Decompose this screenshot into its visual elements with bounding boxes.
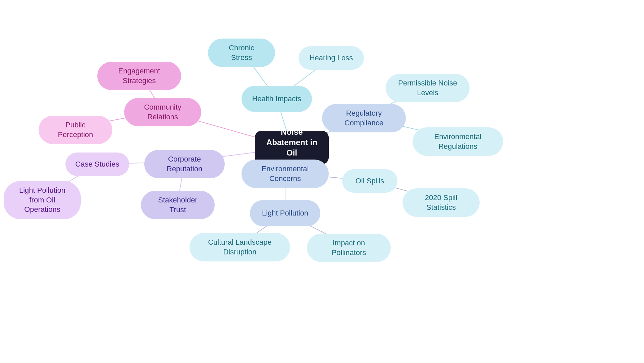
node-public-perception[interactable]: Public Perception [39, 116, 112, 144]
mindmap-container: Noise Abatement in Oil OperationsChronic… [0, 0, 644, 363]
node-oil-spills[interactable]: Oil Spills [342, 169, 397, 193]
node-cultural-disruption[interactable]: Cultural Landscape Disruption [190, 233, 290, 261]
center-node[interactable]: Noise Abatement in Oil Operations [255, 131, 329, 164]
node-health-impacts[interactable]: Health Impacts [241, 86, 312, 112]
node-corporate-reputation[interactable]: Corporate Reputation [144, 150, 225, 178]
node-chronic-stress[interactable]: Chronic Stress [208, 39, 275, 67]
node-stakeholder-trust[interactable]: Stakeholder Trust [141, 191, 215, 219]
node-light-pollution-oil[interactable]: Light Pollution from Oil Operations [4, 181, 81, 219]
node-case-studies[interactable]: Case Studies [65, 153, 129, 176]
node-light-pollution[interactable]: Light Pollution [250, 200, 320, 226]
node-environmental-regulations[interactable]: Environmental Regulations [413, 127, 503, 156]
node-impact-pollinators[interactable]: Impact on Pollinators [307, 234, 391, 262]
node-engagement-strategies[interactable]: Engagement Strategies [97, 62, 181, 90]
node-environmental-concerns[interactable]: Environmental Concerns [241, 160, 329, 188]
node-hearing-loss[interactable]: Hearing Loss [299, 46, 364, 70]
node-permissible-noise[interactable]: Permissible Noise Levels [386, 74, 470, 102]
node-spill-statistics[interactable]: 2020 Spill Statistics [402, 188, 480, 217]
node-regulatory-compliance[interactable]: Regulatory Compliance [322, 104, 406, 132]
node-community-relations[interactable]: Community Relations [124, 98, 201, 126]
